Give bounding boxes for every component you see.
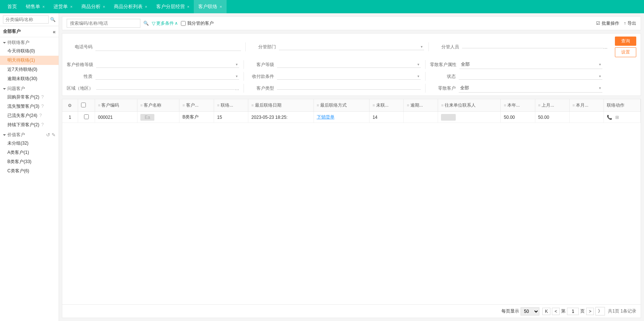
filter-phone: 电话号码 (67, 43, 241, 51)
filter-price-level-select[interactable]: ▾ (96, 61, 239, 68)
col-not-contacted[interactable]: 未联... (370, 99, 404, 112)
sidebar-item-declining[interactable]: 持续下滑客户(2) ? (0, 120, 59, 130)
grid-icon[interactable]: ⊞ (615, 115, 619, 120)
sidebar-group-pending: 待联络客户 (0, 37, 59, 46)
sidebar-item-warning[interactable]: 流失预警客户(3) ? (0, 102, 59, 111)
sidebar-item-today[interactable]: 今天待联络(0) (0, 46, 59, 56)
per-page-dropdown[interactable]: 50 100 200 (521, 307, 539, 315)
more-conditions-btn[interactable]: ▽ 更多条件 ∧ (152, 20, 178, 27)
filter-status-select[interactable]: ▾ (459, 73, 602, 80)
row-checkbox[interactable] (84, 114, 89, 119)
col-contact[interactable]: 联络... (214, 99, 248, 112)
row-not-contacted: 14 (370, 112, 404, 123)
filter-dept-select[interactable]: ▾ (279, 44, 424, 50)
prev-page-btn[interactable]: < (552, 308, 560, 315)
search-input[interactable] (67, 19, 140, 28)
filter-manager-select[interactable] (462, 46, 603, 48)
filter-manager: 分管人员 ... (433, 44, 608, 50)
nav-purchase[interactable]: 进货单 × (49, 0, 77, 13)
chevron-down-icon-3: ▾ (417, 62, 419, 66)
sidebar-item-ungrouped[interactable]: 未分组(32) (0, 139, 59, 148)
sidebar-item-week[interactable]: 近7天待联络(0) (0, 65, 59, 74)
filter-phone-input[interactable] (95, 43, 241, 51)
batch-op-btn[interactable]: ☑ 批量操作 (596, 20, 619, 27)
col-name[interactable]: 客户名称 (137, 99, 179, 112)
advanced-filter: 电话号码 分管部门 ▾ 分管人员 ... (62, 33, 641, 96)
phone-icon[interactable]: 📞 (607, 115, 612, 120)
col-code[interactable]: 客户编码 (95, 99, 137, 112)
sidebar-item-abnormal[interactable]: 回购异常客户(2) ? (0, 93, 59, 102)
chevron-down-icon-8: ▾ (599, 86, 601, 90)
row-contact-person (438, 112, 501, 123)
sidebar-search-icon[interactable]: 🔍 (50, 17, 56, 22)
filter-payment-select[interactable]: ▾ (277, 73, 421, 80)
nav-customer-contact[interactable]: 客户联络 × (194, 0, 226, 13)
row-code: 000021 (95, 112, 137, 123)
col-action: 联络动作 (603, 99, 640, 112)
chevron-down-icon-6: ▾ (417, 74, 419, 78)
nav-product-analysis-list[interactable]: 商品分析列表 × (109, 0, 151, 13)
last-page-btn[interactable]: 》 (595, 307, 605, 315)
filter-region: 区域（地区） ... (67, 85, 239, 92)
footer-bar: 每页显示 50 100 200 K < 第 页 > 》 共1页 1条记录 (62, 304, 641, 318)
sidebar-search-input[interactable] (3, 15, 49, 24)
table-scroll-area[interactable]: ⚙ 客户编码 客户名称 客户... 联络... 最后联络日期 最后联络方式 未联… (62, 99, 641, 304)
nav-purchase-close[interactable]: × (70, 4, 72, 9)
col-last-method[interactable]: 最后联络方式 (314, 99, 370, 112)
next-page-btn[interactable]: > (586, 308, 594, 315)
refresh-icon[interactable]: ↺ (46, 132, 50, 138)
nav-home[interactable]: 首页 (3, 0, 21, 13)
sidebar-item-lost[interactable]: 已流失客户(24) ? (0, 111, 59, 120)
sidebar-item-classA[interactable]: A类客户(1) (0, 148, 59, 157)
nav-customer-tier[interactable]: 客户分层经营 × (152, 0, 194, 13)
nav-sales[interactable]: 销售单 × (21, 0, 49, 13)
nav-product-analysis-close[interactable]: × (103, 4, 105, 9)
col-type[interactable]: 客户... (179, 99, 214, 112)
triangle-icon-2 (3, 88, 6, 90)
filter-retail-attr-select[interactable]: 全部 ▾ (459, 60, 602, 69)
last-method-link[interactable]: 下销货单 (317, 114, 335, 120)
col-settings[interactable]: ⚙ (62, 99, 78, 112)
filter-icon: ▽ (152, 21, 155, 26)
nav-sales-close[interactable]: × (42, 4, 45, 9)
sidebar-item-classB[interactable]: B类客户(33) (0, 157, 59, 166)
first-page-btn[interactable]: K (542, 308, 550, 315)
export-btn[interactable]: ↑ 导出 (624, 20, 636, 27)
edit-icon[interactable]: ✎ (52, 132, 56, 138)
col-this-year[interactable]: 本年... (501, 99, 535, 112)
filter-customer-type-select[interactable] (277, 87, 421, 90)
filter-customer-level-select[interactable]: ▾ (277, 61, 421, 68)
nav-product-analysis-list-close[interactable]: × (145, 4, 147, 9)
top-navigation: 首页 销售单 × 进货单 × 商品分析 × 商品分析列表 × 客户分层经营 × … (0, 0, 644, 13)
region-dots-btn[interactable]: ... (235, 85, 239, 91)
col-overdue[interactable]: 逾期... (404, 99, 438, 112)
nav-customer-tier-close[interactable]: × (187, 4, 189, 9)
col-this-month[interactable]: 本月... (569, 99, 603, 112)
filter-phone-label: 电话号码 (67, 44, 92, 50)
select-all-checkbox[interactable] (81, 103, 86, 107)
filter-region-select[interactable] (96, 87, 235, 90)
col-last-month[interactable]: 上月... (535, 99, 569, 112)
filter-nature-select[interactable]: ▾ (95, 73, 239, 80)
sidebar-item-overdue[interactable]: 逾期未联络(30) (0, 74, 59, 83)
col-checkbox (78, 99, 95, 112)
my-customers-check[interactable] (181, 21, 186, 26)
row-overdue (404, 112, 438, 123)
col-contact-person[interactable]: 往来单位联系人 (438, 99, 501, 112)
query-button[interactable]: 查询 (615, 37, 636, 46)
my-customers-checkbox[interactable]: 我分管的客户 (181, 20, 214, 27)
filter-row-4: 区域（地区） ... 客户类型 零散客户 全部 (67, 84, 636, 93)
filter-retail-customer-select[interactable]: 全部 ▾ (459, 84, 602, 93)
sidebar-item-tomorrow[interactable]: 明天待联络(1) (0, 56, 59, 65)
page-number-input[interactable] (567, 308, 579, 315)
manager-dots-btn[interactable]: ... (603, 44, 608, 50)
collapse-icon: « (53, 29, 56, 35)
set-button[interactable]: 设置 (615, 47, 636, 57)
nav-customer-contact-close[interactable]: × (220, 4, 222, 9)
sidebar-item-classC[interactable]: C类客户(6) (0, 166, 59, 176)
filter-customer-type-label: 客户类型 (248, 85, 274, 92)
sidebar-all-customers[interactable]: 全部客户 « (0, 26, 59, 37)
col-last-date[interactable]: 最后联络日期 (248, 99, 314, 112)
search-button[interactable]: 🔍 (143, 21, 149, 26)
nav-product-analysis[interactable]: 商品分析 × (77, 0, 109, 13)
